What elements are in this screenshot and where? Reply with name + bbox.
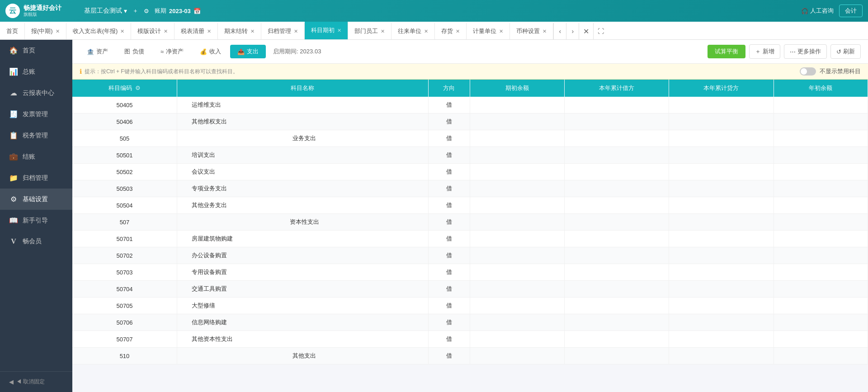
sidebar-item-ledger[interactable]: 📊 总账 [0,61,72,82]
hint-text: 提示：按Ctrl + F键并输入科目编码或者科目名称可以查找科目。 [85,68,238,76]
tab-archive[interactable]: 归档管理 ✕ [261,23,305,39]
gear-icon[interactable]: ⚙ [135,85,141,91]
close-icon[interactable]: ✕ [120,28,124,34]
tab-close-all-button[interactable]: ✕ [579,23,593,39]
more-icon: ⋯ [790,48,796,55]
cell-balance [470,298,564,314]
sidebar-pin-toggle[interactable]: ◀ ◀ 取消固定 [0,371,72,392]
cell-credit-sum [669,214,774,231]
app-edition: 旗舰版 [24,11,61,18]
tab-dept[interactable]: 部门员工 ✕ [348,23,392,39]
tab-period-close[interactable]: 期末结转 ✕ [218,23,261,39]
table-row[interactable]: 50405 运维维支出 借 [72,97,868,113]
table-row[interactable]: 50704 交通工具购置 借 [72,281,868,298]
close-icon[interactable]: ✕ [207,28,211,34]
table-row[interactable]: 50706 信息网络购建 借 [72,314,868,331]
sidebar-item-invoice[interactable]: 🧾 发票管理 [0,104,72,125]
cell-credit-sum [669,147,774,164]
sidebar-item-guide[interactable]: 📖 新手引导 [0,210,72,231]
tab-template[interactable]: 模版设计 ✕ [131,23,175,39]
sidebar-item-home[interactable]: 🏠 首页 [0,40,72,61]
filter-tab-liability[interactable]: 图 负债 [117,45,151,58]
close-icon[interactable]: ✕ [381,28,385,34]
sidebar-item-closing[interactable]: 💼 结账 [0,146,72,167]
account-button[interactable]: 会计 [839,5,863,17]
tab-inventory[interactable]: 存货 ✕ [435,23,467,39]
table-row[interactable]: 507 资本性支出 借 [72,214,868,231]
tab-contacts[interactable]: 往来单位 ✕ [392,23,435,39]
refresh-button[interactable]: ↺ 刷新 [830,44,861,59]
table-row[interactable]: 50705 大型修缮 借 [72,298,868,314]
table-row[interactable]: 510 其他支出 借 [72,348,868,364]
cell-balance [470,264,564,281]
close-icon[interactable]: ✕ [337,28,341,33]
close-icon[interactable]: ✕ [456,28,460,34]
close-icon[interactable]: ✕ [164,28,168,34]
cell-debit-sum [564,214,669,231]
table-row[interactable]: 50406 其他维权支出 借 [72,113,868,130]
table-row[interactable]: 50501 培训支出 借 [72,147,868,164]
table-row[interactable]: 50701 房屋建筑物购建 借 [72,231,868,247]
add-button[interactable]: ＋ 新增 [749,44,780,59]
sidebar-item-reports[interactable]: ☁ 云报表中心 [0,82,72,104]
cell-direction: 借 [428,113,470,130]
add-module-button[interactable]: ＋ [132,7,138,15]
filter-tab-expense[interactable]: 📤 支出 [230,45,266,58]
tab-expand-button[interactable]: ⛶ [593,23,608,39]
tab-next-button[interactable]: › [566,23,579,39]
close-icon[interactable]: ✕ [542,28,547,34]
table-row[interactable]: 50502 会议支出 借 [72,164,868,180]
cell-balance [470,113,564,130]
tab-income-annual[interactable]: 收入支出表(年报) ✕ [66,23,132,39]
close-icon[interactable]: ✕ [424,28,428,34]
cell-code: 50706 [72,314,177,331]
tab-subject-init[interactable]: 科目期初 ✕ [305,22,348,39]
sidebar-item-settings[interactable]: ⚙ 基础设置 [0,189,72,210]
cell-balance [470,130,564,147]
company-name[interactable]: 基层工会测试 ▾ [84,7,127,15]
table-wrap: 科目编码 ⚙ 科目名称 方向 期初余额 本年累计借方 [72,80,868,392]
table-row[interactable]: 50703 专用设备购置 借 [72,264,868,281]
more-button[interactable]: ⋯ 更多操作 [784,44,827,59]
cell-direction: 借 [428,264,470,281]
balance-button[interactable]: 试算平衡 [708,45,745,58]
cell-credit-sum [669,164,774,180]
sidebar-item-tax[interactable]: 📋 税务管理 [0,125,72,146]
cell-debit-sum [564,247,669,264]
close-icon[interactable]: ✕ [499,28,503,34]
tab-home[interactable]: 首页 [0,23,25,39]
filter-tab-income[interactable]: 💰 收入 [193,45,228,58]
cell-code: 50704 [72,281,177,298]
cell-credit-sum [669,281,774,298]
tab-midterm[interactable]: 报(中期) ✕ [25,23,66,39]
table-row[interactable]: 50707 其他资本性支出 借 [72,331,868,348]
disable-toggle[interactable] [800,67,816,76]
toolbar-right: 试算平衡 ＋ 新增 ⋯ 更多操作 ↺ 刷新 [708,44,861,59]
tab-tax[interactable]: 税表清册 ✕ [175,23,218,39]
cell-credit-sum [669,247,774,264]
cell-direction: 借 [428,164,470,180]
filter-tab-net-asset[interactable]: ≈ 净资产 [153,45,191,58]
settings-button[interactable]: ⚙ [144,8,149,14]
cell-init-balance [774,348,868,364]
content-area: 🏦 资产 图 负债 ≈ 净资产 💰 收入 📤 支出 启用期间: 2023.03 … [72,40,868,392]
table-row[interactable]: 505 业务支出 借 [72,130,868,147]
archive-icon: 📁 [9,174,18,182]
table-row[interactable]: 50504 其他业务支出 借 [72,197,868,214]
calendar-icon[interactable]: 📅 [193,8,201,14]
tab-currency[interactable]: 币种设置 ✕ [510,23,553,39]
sidebar-item-member[interactable]: V 畅会员 [0,231,72,252]
table-row[interactable]: 50503 专项业务支出 借 [72,180,868,197]
close-icon[interactable]: ✕ [56,28,60,34]
cell-code: 50406 [72,113,177,130]
sidebar-item-archive[interactable]: 📁 归档管理 [0,167,72,189]
filter-tab-asset[interactable]: 🏦 资产 [80,45,115,58]
tab-unit[interactable]: 计量单位 ✕ [467,23,510,39]
table-row[interactable]: 50702 办公设备购置 借 [72,247,868,264]
close-icon[interactable]: ✕ [250,28,255,34]
close-icon[interactable]: ✕ [294,28,298,34]
cell-direction: 借 [428,298,470,314]
cell-balance [470,348,564,364]
service-button[interactable]: 🎧 人工咨询 [801,7,834,15]
tab-prev-button[interactable]: ‹ [553,23,566,39]
